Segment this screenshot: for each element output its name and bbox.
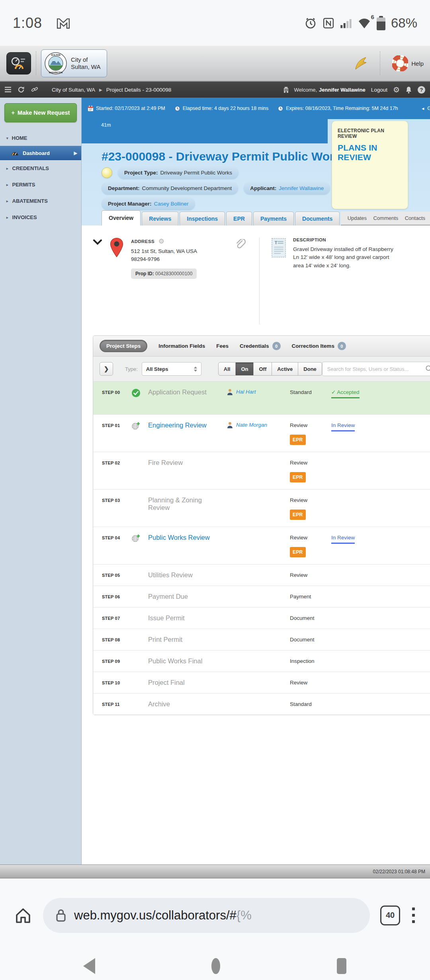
epr-box-title: ELECTRONIC PLAN REVIEW [338, 128, 402, 139]
nav-home-button[interactable] [209, 957, 223, 975]
address-gear-icon[interactable]: ⚙ [158, 237, 164, 245]
expand-steps-button[interactable]: ❯ [100, 362, 113, 376]
step-type: Review [290, 571, 331, 578]
seal-bottom-text: WASHINGTON [49, 71, 63, 74]
tab-comments[interactable]: Comments [373, 215, 398, 221]
project-steps-card: Project Steps Information Fields Fees Cr… [93, 335, 430, 715]
sidebar-item-permits[interactable]: ▸ PERMITS [0, 176, 81, 193]
tab-inspections[interactable]: Inspections [180, 212, 225, 225]
subtab-credentials[interactable]: Credentials 0 [240, 342, 281, 350]
sidebar-item-invoices[interactable]: ▸ INVOICES [0, 209, 81, 225]
address-text: 512 1st St, Sultan, WA USA 98294-9796 [131, 247, 225, 264]
step-status-label[interactable]: In Review [331, 422, 355, 431]
step-number: STEP 00 [102, 388, 131, 395]
filter-on[interactable]: On [236, 362, 254, 376]
step-row-step-07[interactable]: STEP 07Issue PermitDocument [93, 607, 430, 629]
epr-badge: EPR [290, 472, 306, 482]
tab-epr[interactable]: EPR [226, 212, 252, 225]
applicant-link[interactable]: Jennifer Wallawine [279, 185, 324, 191]
city-tab[interactable]: SULTAN WASHINGTON City of Sultan, WA [41, 49, 107, 77]
paperclip-icon[interactable] [235, 239, 246, 251]
step-status-label[interactable]: In Review [331, 535, 355, 544]
filter-off[interactable]: Off [254, 362, 272, 376]
nfc-icon [322, 17, 334, 29]
go-back-button[interactable]: ◄ Go back [421, 106, 430, 111]
step-row-step-10[interactable]: STEP 10Project FinalReview [93, 672, 430, 693]
step-name: Issue Permit [148, 614, 227, 622]
epr-box-status: PLANS IN REVIEW [338, 143, 402, 162]
menu-icon[interactable] [5, 87, 11, 92]
step-row-step-09[interactable]: STEP 09Public Works FinalInspection [93, 650, 430, 672]
step-status-label[interactable]: ✓Accepted [331, 389, 360, 398]
assignee-name[interactable]: Nate Morgan [236, 421, 267, 428]
help-button[interactable]: Help [392, 55, 424, 71]
select-spinner-icon [194, 367, 197, 372]
step-type: Payment [290, 593, 331, 600]
nav-back-button[interactable] [82, 957, 97, 975]
step-row-step-00[interactable]: STEP 00Application RequestHal HartStanda… [93, 382, 430, 414]
collapse-chevron-icon[interactable] [93, 239, 102, 245]
filter-active[interactable]: Active [272, 362, 298, 376]
tab-contacts[interactable]: Contacts [405, 215, 425, 221]
breadcrumb-root[interactable]: City of Sultan, WA [52, 87, 95, 93]
footer-timestamp: 02/22/2023 01:08:48 PM [373, 869, 425, 874]
step-type-select[interactable]: All Steps [142, 362, 201, 376]
subtab-project-steps[interactable]: Project Steps [100, 340, 147, 352]
assignee-name[interactable]: Hal Hart [236, 388, 256, 395]
step-number: STEP 11 [102, 700, 131, 707]
step-row-step-06[interactable]: STEP 06Payment DuePayment [93, 586, 430, 607]
welcome-text: Welcome, Jennifer Wallawine [294, 87, 366, 93]
link-icon[interactable] [31, 86, 38, 93]
home-icon[interactable] [14, 906, 33, 925]
tab-count-button[interactable]: 40 [380, 906, 400, 925]
sidebar-section-home[interactable]: ▾ HOME [0, 130, 81, 146]
epr-badge: EPR [290, 547, 306, 557]
help-question-icon[interactable]: ? [418, 86, 425, 94]
breadcrumb: City of Sultan, WA ▶ Project Details - 2… [52, 87, 171, 93]
logout-link[interactable]: Logout [371, 87, 387, 93]
tab-updates[interactable]: Updates [348, 215, 367, 221]
main-content: Started: 02/17/2023 at 2:49 PM Elapsed t… [82, 98, 430, 864]
subtab-information-fields[interactable]: Information Fields [158, 343, 205, 349]
url-bar[interactable]: web.mygov.us/collaborators/#{% [43, 898, 370, 933]
step-row-step-02[interactable]: STEP 02Fire ReviewReviewEPR [93, 452, 430, 489]
notifications-bell-icon[interactable] [405, 86, 412, 94]
subtab-fees[interactable]: Fees [216, 343, 229, 349]
step-status: In Review [331, 534, 430, 544]
step-row-step-04[interactable]: STEP 04Public Works ReviewReviewEPRIn Re… [93, 527, 430, 564]
sidebar-item-abatements[interactable]: ▸ ABATEMENTS [0, 193, 81, 209]
tab-overview[interactable]: Overview [102, 210, 141, 225]
elapsed-info: Elapsed time: 4 days 22 hours 18 mins [175, 106, 268, 111]
step-name: Planning & Zoning Review [148, 496, 227, 512]
steps-search-input[interactable] [322, 362, 430, 376]
app-dashboard-icon[interactable] [6, 52, 31, 74]
browser-menu-icon[interactable] [410, 906, 416, 925]
make-new-request-button[interactable]: + Make New Request [4, 103, 77, 122]
tab-payments[interactable]: Payments [253, 212, 294, 225]
step-row-step-05[interactable]: STEP 05Utilities ReviewReview [93, 564, 430, 586]
step-name[interactable]: Engineering Review [148, 421, 227, 429]
refresh-icon[interactable] [18, 86, 25, 93]
step-row-step-11[interactable]: STEP 11ArchiveStandard [93, 693, 430, 715]
project-manager-pill: Project Manager:Casey Bolliner [102, 198, 195, 210]
project-manager-link[interactable]: Casey Bolliner [154, 201, 189, 207]
nav-recents-button[interactable] [335, 957, 348, 975]
filter-all[interactable]: All [218, 362, 236, 376]
search-icon [425, 365, 430, 372]
header-divider2 [380, 51, 380, 75]
tab-documents[interactable]: Documents [295, 212, 340, 225]
filter-done[interactable]: Done [298, 362, 322, 376]
subtab-correction-items[interactable]: Correction Items 0 [292, 342, 346, 350]
credentials-count-badge: 0 [272, 342, 281, 350]
vertical-divider [259, 237, 260, 324]
gold-arrow-icon[interactable] [354, 56, 368, 71]
settings-gear-icon[interactable]: ⚙ [393, 85, 400, 94]
step-name[interactable]: Public Works Review [148, 534, 227, 541]
step-assignee: Hal Hart [227, 388, 290, 396]
sidebar-item-dashboard[interactable]: Dashboard ▶ [0, 146, 81, 160]
tab-reviews[interactable]: Reviews [142, 212, 178, 225]
sidebar-item-credentials[interactable]: ▸ CREDENTIALS [0, 160, 81, 176]
step-row-step-03[interactable]: STEP 03Planning & Zoning ReviewReviewEPR [93, 489, 430, 527]
step-row-step-01[interactable]: STEP 01Engineering ReviewNate MorganRevi… [93, 414, 430, 452]
step-row-step-08[interactable]: STEP 08Print PermitDocument [93, 629, 430, 650]
